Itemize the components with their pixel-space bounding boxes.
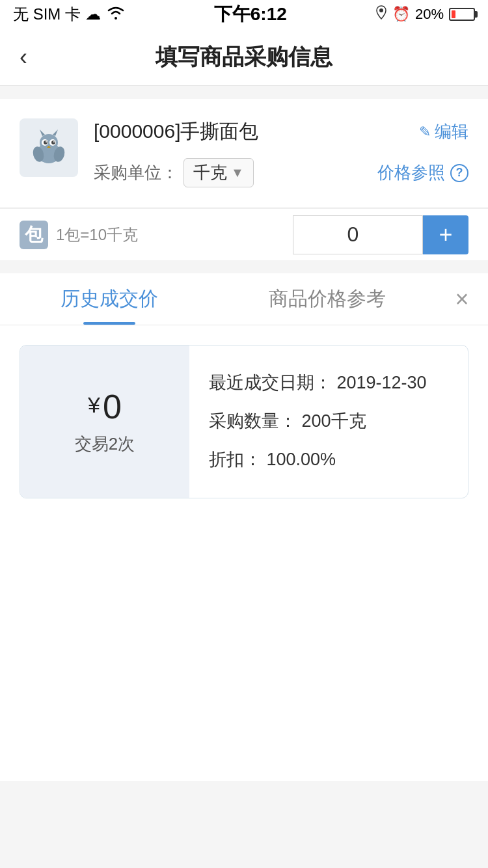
tab-content: ¥ 0 交易2次 最近成交日期： 2019-12-30 采购数量： 200千克 bbox=[0, 325, 488, 781]
discount-row: 折扣： 100.00% bbox=[209, 446, 448, 474]
unit-conversion: 1包=10千克 bbox=[56, 224, 138, 245]
svg-marker-4 bbox=[53, 129, 58, 136]
svg-point-10 bbox=[53, 141, 55, 142]
product-info: [0000006]手撕面包 ✎ 编辑 采购单位： 千克 ▼ 价格参照 ? bbox=[94, 118, 468, 187]
help-icon: ? bbox=[450, 164, 468, 182]
product-top-row: [0000006]手撕面包 ✎ 编辑 bbox=[94, 118, 468, 145]
status-bar: 无 SIM 卡 ☁ 下午6:12 ⏰ 20% bbox=[0, 0, 488, 29]
history-content: ¥ 0 交易2次 最近成交日期： 2019-12-30 采购数量： 200千克 bbox=[0, 325, 488, 518]
purchase-qty-value: 200千克 bbox=[302, 411, 366, 431]
tab-underline bbox=[83, 322, 135, 325]
status-left: 无 SIM 卡 ☁ bbox=[13, 4, 126, 25]
purchase-qty-label: 采购数量： bbox=[209, 411, 297, 431]
price-reference-button[interactable]: 价格参照 ? bbox=[377, 161, 468, 184]
tab-history-label: 历史成交价 bbox=[61, 286, 158, 312]
quantity-left: 包 1包=10千克 bbox=[20, 221, 138, 249]
wifi-icon bbox=[106, 5, 126, 23]
svg-point-7 bbox=[44, 141, 47, 144]
discount-label: 折扣： bbox=[209, 450, 262, 469]
nav-bar: ‹ 填写商品采购信息 bbox=[0, 29, 488, 86]
unit-label: 采购单位： 千克 ▼ bbox=[94, 158, 254, 187]
quantity-input-wrap: + bbox=[293, 215, 468, 254]
edit-icon: ✎ bbox=[419, 124, 431, 141]
svg-point-8 bbox=[51, 141, 55, 144]
transaction-count: 交易2次 bbox=[75, 433, 135, 455]
back-button[interactable]: ‹ bbox=[13, 37, 34, 77]
price-ref-label: 价格参照 bbox=[377, 161, 445, 184]
tab-price-reference[interactable]: 商品价格参考 bbox=[218, 273, 436, 325]
page-title: 填写商品采购信息 bbox=[156, 42, 332, 72]
product-unit-row: 采购单位： 千克 ▼ 价格参照 ? bbox=[94, 158, 468, 187]
unit-value: 千克 bbox=[193, 161, 227, 184]
svg-marker-3 bbox=[40, 129, 45, 136]
svg-point-9 bbox=[46, 141, 47, 142]
product-card: [0000006]手撕面包 ✎ 编辑 采购单位： 千克 ▼ 价格参照 ? bbox=[0, 99, 488, 207]
discount-value: 100.00% bbox=[267, 450, 336, 469]
history-details: 最近成交日期： 2019-12-30 采购数量： 200千克 折扣： 100.0… bbox=[189, 346, 468, 498]
chevron-down-icon: ▼ bbox=[231, 165, 244, 180]
unit-selector[interactable]: 千克 ▼ bbox=[183, 158, 254, 187]
tab-row: 历史成交价 商品价格参考 × bbox=[0, 273, 488, 325]
recent-date-label: 最近成交日期： bbox=[209, 373, 332, 392]
history-card: ¥ 0 交易2次 最近成交日期： 2019-12-30 采购数量： 200千克 bbox=[20, 345, 468, 498]
history-price-block: ¥ 0 交易2次 bbox=[20, 346, 189, 498]
status-right: ⏰ 20% bbox=[375, 5, 475, 23]
tab-price-ref-label: 商品价格参考 bbox=[269, 286, 386, 312]
edit-label: 编辑 bbox=[435, 120, 468, 143]
battery-percent: 20% bbox=[415, 6, 444, 23]
svg-point-0 bbox=[379, 8, 383, 12]
battery-icon bbox=[449, 8, 475, 21]
product-name: [0000006]手撕面包 bbox=[94, 118, 258, 145]
status-time: 下午6:12 bbox=[214, 2, 287, 27]
tab-close-button[interactable]: × bbox=[436, 273, 488, 325]
quantity-section: 包 1包=10千克 + bbox=[0, 208, 488, 260]
tab-section: 历史成交价 商品价格参考 × ¥ 0 交易2次 最近成交日期： bbox=[0, 273, 488, 781]
purchase-qty-row: 采购数量： 200千克 bbox=[209, 407, 448, 435]
edit-button[interactable]: ✎ 编辑 bbox=[419, 120, 468, 143]
quantity-input[interactable] bbox=[293, 215, 423, 254]
recent-date-value: 2019-12-30 bbox=[337, 373, 427, 392]
sim-label: 无 SIM 卡 ☁ bbox=[13, 4, 101, 25]
price-number: 0 bbox=[103, 387, 122, 426]
history-price-value: ¥ 0 bbox=[88, 387, 122, 426]
currency-symbol: ¥ bbox=[88, 392, 100, 418]
tab-history-price[interactable]: 历史成交价 bbox=[0, 273, 218, 325]
recent-date-row: 最近成交日期： 2019-12-30 bbox=[209, 369, 448, 397]
location-icon bbox=[375, 5, 387, 23]
unit-box: 包 bbox=[20, 221, 48, 249]
plus-button[interactable]: + bbox=[423, 215, 468, 254]
alarm-icon: ⏰ bbox=[392, 6, 410, 23]
product-thumbnail bbox=[20, 118, 78, 177]
